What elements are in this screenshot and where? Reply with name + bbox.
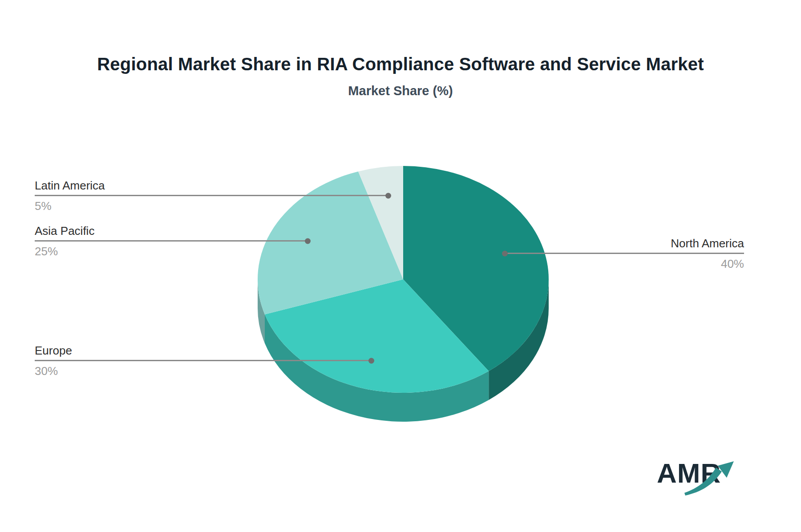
slice-leader-dot — [385, 193, 391, 198]
slice-leader-dot — [305, 238, 311, 244]
slice-leader-line — [35, 195, 389, 196]
slice-label-north-america: North America40% — [504, 236, 744, 271]
slice-label-asia-pacific: Asia Pacific25% — [35, 224, 308, 258]
slice-leader-line — [504, 253, 744, 254]
chart-canvas: Regional Market Share in RIA Compliance … — [0, 0, 801, 532]
slice-leader-line — [35, 360, 372, 361]
slice-label-value: 40% — [504, 254, 744, 271]
slice-label-name: Europe — [35, 343, 372, 360]
amr-logo: AMR — [657, 457, 746, 502]
slice-label-value: 5% — [35, 196, 389, 213]
slice-label-europe: Europe30% — [35, 343, 372, 378]
slice-label-latin-america: Latin America5% — [35, 178, 389, 213]
slice-leader-line — [35, 240, 308, 242]
slice-label-name: Latin America — [35, 178, 389, 195]
slice-leader-dot — [502, 250, 508, 256]
slice-label-name: Asia Pacific — [35, 224, 308, 240]
slice-label-value: 30% — [35, 361, 372, 378]
amr-logo-arrow-icon — [684, 459, 737, 500]
slice-label-value: 25% — [35, 242, 308, 258]
slice-label-name: North America — [504, 236, 744, 253]
slice-leader-dot — [368, 358, 374, 363]
